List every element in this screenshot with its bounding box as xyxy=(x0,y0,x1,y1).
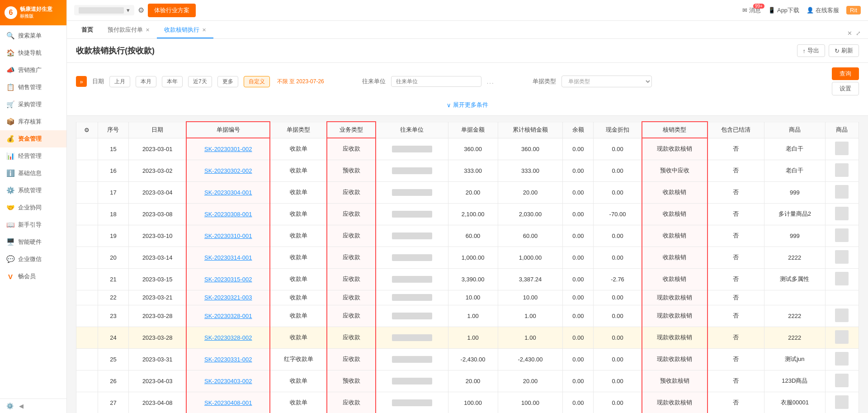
filter-row-1: » 日期 上月 本月 本年 近7天 更多 自定义 不限 至 2023-07-26… xyxy=(76,67,859,95)
sidebar-item-label: 基础信息 xyxy=(18,169,42,177)
app-selector[interactable]: ▾ xyxy=(74,5,134,15)
sidebar-item-purchase[interactable]: 🛒 采购管理 xyxy=(0,96,66,113)
user-avatar[interactable]: Rit xyxy=(846,6,861,14)
row-counterpart xyxy=(376,160,448,181)
counterpart-input[interactable] xyxy=(391,76,481,87)
date-range-display: 不限 至 2023-07-26 xyxy=(277,78,324,85)
sidebar-item-operations[interactable]: 📊 经营管理 xyxy=(0,147,66,165)
date-more-btn[interactable]: 更多 xyxy=(217,76,238,87)
settings-footer-icon[interactable]: ⚙️ xyxy=(6,403,14,409)
tab-prepay-label: 预付款应付单 xyxy=(108,26,143,34)
refresh-btn[interactable]: ↻ 刷新 xyxy=(829,44,859,57)
tab-collection[interactable]: 收款核销执行 ✕ xyxy=(157,22,213,38)
row-date: 2023-03-31 xyxy=(129,348,187,370)
date-7days-btn[interactable]: 近7天 xyxy=(188,76,212,87)
row-date: 2023-03-10 xyxy=(129,225,187,247)
sidebar-item-label: 新手引导 xyxy=(18,221,42,229)
bill-no-link[interactable]: SK-20230408-001 xyxy=(204,399,252,406)
industry-btn[interactable]: 体验行业方案 xyxy=(148,4,196,17)
bill-no-link[interactable]: SK-20230331-002 xyxy=(204,356,252,363)
row-biz-type: 应收款 xyxy=(327,348,375,370)
product-name: 测试jun xyxy=(785,356,804,362)
close-window-icon[interactable]: ✕ xyxy=(847,30,852,37)
row-index: 27 xyxy=(98,392,128,413)
row-index: 20 xyxy=(98,247,128,268)
export-label: 导出 xyxy=(807,47,819,55)
tab-prepay[interactable]: 预付款应付单 ✕ xyxy=(100,22,157,38)
row-date: 2023-03-04 xyxy=(129,181,187,203)
download-icon: 📱 xyxy=(768,7,775,14)
col-settings[interactable]: ⚙ xyxy=(76,122,98,138)
sidebar-item-corp[interactable]: 🤝 企业协同 xyxy=(0,199,66,216)
messages-btn[interactable]: ✉ 消息 99+ xyxy=(742,6,761,14)
sidebar-item-quick-nav[interactable]: 🏠 快捷导航 xyxy=(0,44,66,62)
product-name: 测试多属性 xyxy=(780,275,809,282)
date-filter-label: 日期 xyxy=(92,77,104,85)
sidebar-item-member[interactable]: V 畅会员 xyxy=(0,268,66,285)
collapse-icon[interactable]: ◀ xyxy=(19,403,24,409)
setting-btn[interactable]: 设置 xyxy=(832,82,859,95)
app-download-btn[interactable]: 📱 App下载 xyxy=(768,6,799,14)
date-prev-month-btn[interactable]: 上月 xyxy=(109,76,130,87)
expand-btn[interactable]: ∨ 展开更多条件 xyxy=(447,101,488,109)
row-settings xyxy=(76,203,98,225)
row-bill-type: 收款单 xyxy=(270,268,327,290)
bill-type-select[interactable]: 单据类型 xyxy=(561,76,652,87)
sidebar-item-search[interactable]: 🔍 搜索菜单 xyxy=(0,27,66,44)
filter-toggle-btn[interactable]: » xyxy=(76,76,87,87)
bill-no-link[interactable]: SK-20230315-002 xyxy=(204,276,252,283)
row-settings xyxy=(76,225,98,247)
sidebar-item-wechat[interactable]: 💬 企业微信 xyxy=(0,251,66,268)
row-product xyxy=(764,290,825,305)
sidebar-item-finance[interactable]: 💰 资金管理 xyxy=(0,130,66,147)
row-include-settled: 否 xyxy=(708,305,764,327)
counterpart-label: 往来单位 xyxy=(362,77,386,85)
tab-prepay-close-icon[interactable]: ✕ xyxy=(146,27,150,33)
sidebar-item-hardware[interactable]: 🖥️ 智能硬件 xyxy=(0,233,66,251)
row-balance: 0.00 xyxy=(563,290,594,305)
finance-icon: 💰 xyxy=(6,135,14,143)
bill-no-link[interactable]: SK-20230328-002 xyxy=(204,334,252,341)
online-service-btn[interactable]: 👤 在线客服 xyxy=(807,6,839,14)
sidebar-item-sales[interactable]: 📋 销售管理 xyxy=(0,79,66,96)
row-bill-no: SK-20230310-001 xyxy=(186,225,270,247)
tab-home[interactable]: 首页 xyxy=(74,22,100,38)
sidebar-item-marketing[interactable]: 📣 营销推广 xyxy=(0,62,66,79)
col-product-header: 商品 xyxy=(764,122,825,138)
sidebar-item-basic[interactable]: ℹ️ 基础信息 xyxy=(0,165,66,182)
sidebar-item-guide[interactable]: 📖 新手引导 xyxy=(0,216,66,233)
bill-no-link[interactable]: SK-20230301-002 xyxy=(204,146,252,152)
export-btn[interactable]: ↑ 导出 xyxy=(797,44,826,57)
row-product-img xyxy=(825,327,859,348)
bill-no-link[interactable]: SK-20230310-001 xyxy=(204,233,252,239)
row-bill-type: 收款单 xyxy=(270,181,327,203)
bill-no-link[interactable]: SK-20230304-001 xyxy=(204,189,252,196)
filter-dots: ... xyxy=(487,78,495,85)
sidebar-item-system[interactable]: ⚙️ 系统管理 xyxy=(0,182,66,199)
bill-no-link[interactable]: SK-20230314-001 xyxy=(204,254,252,261)
row-amount: 333.00 xyxy=(448,160,498,181)
date-this-month-btn[interactable]: 本月 xyxy=(136,76,156,87)
sidebar-item-inventory[interactable]: 📦 库存核算 xyxy=(0,113,66,130)
online-service-label: 在线客服 xyxy=(816,6,839,14)
bill-no-link[interactable]: SK-20230328-001 xyxy=(204,313,252,319)
query-btn[interactable]: 查询 xyxy=(832,67,859,80)
inventory-icon: 📦 xyxy=(6,118,14,126)
product-image xyxy=(835,207,849,220)
bill-no-link[interactable]: SK-20230302-002 xyxy=(204,167,252,174)
bill-no-link[interactable]: SK-20230403-002 xyxy=(204,378,252,385)
maximize-icon[interactable]: ⤢ xyxy=(856,30,861,37)
date-custom-btn[interactable]: 自定义 xyxy=(244,76,270,87)
row-amount: 1,000.00 xyxy=(448,247,498,268)
date-this-year-btn[interactable]: 本年 xyxy=(162,76,183,87)
row-bill-type: 收款单 xyxy=(270,305,327,327)
row-include-settled: 否 xyxy=(708,348,764,370)
tab-home-label: 首页 xyxy=(81,26,93,34)
bill-no-link[interactable]: SK-20230308-001 xyxy=(204,211,252,218)
table-row: 24 2023-03-28 SK-20230328-002 收款单 应收款 1.… xyxy=(76,327,859,348)
bill-no-link[interactable]: SK-20230321-003 xyxy=(204,294,252,301)
row-counterpart xyxy=(376,247,448,268)
gear-icon[interactable]: ⚙ xyxy=(138,6,144,14)
tab-collection-close-icon[interactable]: ✕ xyxy=(202,27,206,33)
row-index: 23 xyxy=(98,305,128,327)
